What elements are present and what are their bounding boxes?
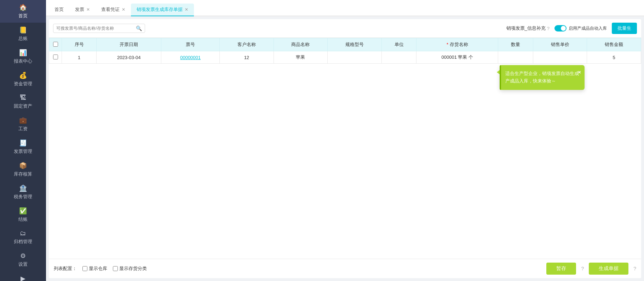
row-customer: 12	[220, 51, 274, 64]
save-button[interactable]: 暂存	[546, 263, 576, 275]
sidebar-item-guide[interactable]: ▶ 新手引导	[0, 271, 46, 281]
sidebar-item-funds[interactable]: 💰 资金管理	[0, 68, 46, 91]
invoice-icon: 🧾	[19, 139, 27, 147]
sidebar-item-reports[interactable]: 📊 报表中心	[0, 45, 46, 68]
row-price	[533, 51, 587, 64]
tooltip-accent-line	[500, 65, 501, 90]
show-category-text: 显示存货分类	[119, 265, 147, 272]
tax-icon: 🏦	[19, 184, 27, 192]
info-label: 销项发票_信息补充 ?	[506, 25, 550, 31]
show-category-label[interactable]: 显示存货分类	[113, 265, 147, 272]
row-number[interactable]: 00000001	[161, 51, 220, 64]
payroll-icon: 💼	[19, 116, 27, 124]
content-area: 🔍 销项发票_信息补充 ? 启用产成品自动入库 批量生	[49, 19, 641, 278]
row-seq: 1	[62, 51, 97, 64]
th-stock: 存货名称	[416, 38, 498, 51]
sidebar-item-closing-label: 结账	[18, 216, 28, 223]
main-area: 首页 发票 ✕ 查看凭证 ✕ 销项发票生成库存单据 ✕ 🔍 销项发票_信息补充	[46, 0, 644, 281]
bottom-actions: 暂存 ? 生成单据 ?	[546, 263, 636, 275]
generate-help-icon[interactable]: ?	[633, 266, 636, 271]
tab-stock-doc[interactable]: 销项发票生成库存单据 ✕	[131, 4, 194, 16]
tab-home-label: 首页	[54, 6, 64, 13]
sidebar-item-home-label: 首页	[18, 13, 28, 19]
row-qty	[498, 51, 533, 64]
row-checkbox-0[interactable]	[53, 55, 58, 59]
th-date: 开票日期	[97, 38, 161, 51]
inventory-icon: 📦	[19, 162, 27, 170]
tooltip-close-button[interactable]: ×	[578, 68, 581, 76]
tab-voucher[interactable]: 查看凭证 ✕	[96, 4, 131, 16]
sidebar-item-archive-label: 归档管理	[14, 239, 32, 245]
row-stock: 000001 苹果 个	[416, 51, 498, 64]
th-unit: 单位	[381, 38, 416, 51]
info-help-icon[interactable]: ?	[547, 26, 550, 31]
save-help-icon[interactable]: ?	[581, 266, 584, 271]
row-product: 苹果	[274, 51, 328, 64]
show-warehouse-text: 显示仓库	[89, 265, 107, 272]
row-date: 2023-03-04	[97, 51, 161, 64]
sidebar-item-settings-label: 设置	[18, 261, 28, 268]
assets-icon: 🏗	[20, 94, 26, 102]
show-warehouse-checkbox[interactable]	[82, 266, 87, 271]
th-spec: 规格型号	[328, 38, 382, 51]
select-all-checkbox[interactable]	[53, 42, 58, 47]
sidebar-item-inventory-label: 库存核算	[14, 171, 32, 177]
sidebar-item-invoice[interactable]: 🧾 发票管理	[0, 136, 46, 158]
sidebar-item-settings[interactable]: ⚙ 设置	[0, 248, 46, 271]
reports-icon: 📊	[19, 49, 27, 57]
sidebar-item-archive[interactable]: 🗂 归档管理	[0, 226, 46, 248]
tooltip-text: 适合生产型企业，销项发票自动生成产成品入库，快来体验～	[505, 71, 579, 84]
toolbar: 🔍 销项发票_信息补充 ? 启用产成品自动入库 批量生	[49, 19, 641, 38]
sidebar-item-closing[interactable]: ✅ 结账	[0, 203, 46, 226]
tooltip-popup: × 适合生产型企业，销项发票自动生成产成品入库，快来体验～	[500, 65, 585, 90]
auto-inbound-toggle[interactable]	[554, 25, 567, 31]
th-number: 票号	[161, 38, 220, 51]
th-product: 商品名称	[274, 38, 328, 51]
toggle-label: 启用产成品自动入库	[569, 25, 607, 31]
home-icon: 🏠	[19, 4, 27, 11]
search-wrap[interactable]: 🔍	[53, 24, 145, 33]
search-icon: 🔍	[136, 25, 142, 31]
tab-voucher-close[interactable]: ✕	[122, 7, 125, 12]
sidebar-item-invoice-label: 发票管理	[14, 148, 32, 155]
sidebar-item-payroll-label: 工资	[18, 126, 28, 132]
table-row: 1 2023-03-04 00000001 12 苹果 000001 苹果 个 …	[49, 51, 641, 64]
tab-stock-doc-close[interactable]: ✕	[185, 7, 188, 12]
tab-invoice-close[interactable]: ✕	[86, 7, 90, 12]
sidebar-item-tax-label: 税务管理	[14, 194, 32, 200]
tab-invoice-label: 发票	[75, 6, 84, 13]
funds-icon: 💰	[19, 71, 27, 79]
sidebar-item-ledger-label: 总账	[18, 35, 28, 42]
toggle-wrap: 启用产成品自动入库	[554, 25, 607, 31]
sidebar-item-inventory[interactable]: 📦 库存核算	[0, 158, 46, 181]
th-seq: 序号	[62, 38, 97, 51]
tab-bar: 首页 发票 ✕ 查看凭证 ✕ 销项发票生成库存单据 ✕	[46, 0, 644, 16]
show-warehouse-label[interactable]: 显示仓库	[82, 265, 107, 272]
list-config-label: 列表配置：	[54, 265, 77, 272]
sidebar-item-home[interactable]: 🏠 首页	[0, 0, 46, 23]
th-amount: 销售金额	[587, 38, 641, 51]
th-price: 销售单价	[533, 38, 587, 51]
row-checkbox-cell[interactable]	[49, 51, 62, 64]
search-input[interactable]	[56, 26, 134, 31]
sidebar-item-ledger[interactable]: 📒 总账	[0, 23, 46, 45]
sidebar-item-tax[interactable]: 🏦 税务管理	[0, 181, 46, 203]
sidebar-item-payroll[interactable]: 💼 工资	[0, 113, 46, 136]
sidebar-item-assets[interactable]: 🏗 固定资产	[0, 91, 46, 113]
table-header-row: 序号 开票日期 票号 客户名称 商品名称 规格型号 单位 存货名称 数量 销售单…	[49, 38, 641, 51]
row-spec	[328, 51, 382, 64]
batch-button[interactable]: 批量生	[612, 23, 637, 34]
closing-icon: ✅	[19, 207, 27, 215]
tab-invoice[interactable]: 发票 ✕	[69, 4, 96, 16]
generate-button[interactable]: 生成单据	[589, 263, 628, 275]
bottom-bar: 列表配置： 显示仓库 显示存货分类 暂存 ? 生成单据 ?	[49, 259, 641, 278]
show-category-checkbox[interactable]	[113, 266, 118, 271]
archive-icon: 🗂	[20, 230, 26, 237]
th-checkbox	[49, 38, 62, 51]
tab-home[interactable]: 首页	[49, 4, 69, 16]
tab-stock-doc-label: 销项发票生成库存单据	[137, 6, 183, 13]
info-label-text: 销项发票_信息补充	[506, 25, 546, 31]
sidebar-item-funds-label: 资金管理	[14, 81, 32, 87]
settings-icon: ⚙	[20, 252, 26, 260]
toolbar-right: 销项发票_信息补充 ? 启用产成品自动入库 批量生	[506, 23, 637, 34]
